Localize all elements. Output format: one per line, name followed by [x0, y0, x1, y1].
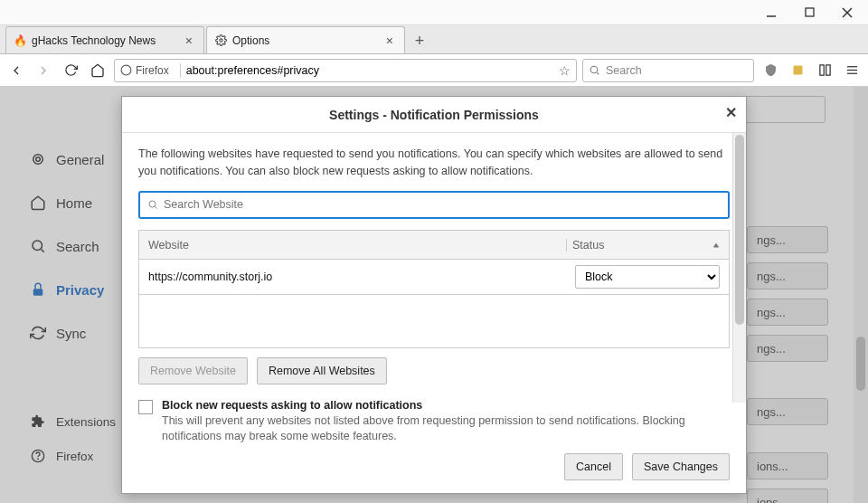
table-empty-area: [138, 295, 730, 348]
svg-rect-9: [819, 65, 823, 75]
checkbox-subtext: This will prevent any websites not liste…: [162, 413, 704, 444]
extension-icon[interactable]: [787, 60, 808, 81]
svg-point-6: [590, 66, 598, 73]
content-area: ngs... ngs... ngs... ngs... ngs... ions.…: [0, 87, 868, 503]
url-text: about:preferences#privacy: [186, 64, 319, 77]
svg-line-7: [597, 72, 599, 74]
svg-rect-8: [793, 66, 802, 75]
nav-search[interactable]: Search: [582, 59, 754, 82]
tab-strip: 🔥 gHacks Technology News × Options × +: [0, 25, 868, 54]
table-row[interactable]: https://community.storj.io Block: [138, 260, 730, 295]
dialog-intro: The following websites have requested to…: [138, 146, 730, 180]
dialog-scrollbar[interactable]: [732, 133, 746, 403]
forward-button[interactable]: [33, 60, 54, 81]
tab-options[interactable]: Options ×: [206, 26, 405, 53]
bookmark-star-icon[interactable]: ☆: [559, 63, 571, 78]
sort-up-icon: [712, 242, 720, 249]
svg-marker-22: [713, 242, 719, 247]
search-website-field[interactable]: [164, 198, 721, 211]
svg-point-20: [149, 201, 156, 207]
notification-permissions-dialog: Settings - Notification Permissions ✕ Th…: [121, 96, 747, 494]
search-icon: [589, 64, 600, 76]
scrollbar-thumb[interactable]: [735, 135, 744, 325]
menu-icon[interactable]: [841, 60, 863, 81]
identity-box[interactable]: Firefox: [120, 64, 169, 77]
tab-label: Options: [232, 34, 269, 47]
remove-all-websites-button[interactable]: Remove All Websites: [257, 357, 387, 384]
checkbox-label: Block new requests asking to allow notif…: [162, 399, 704, 412]
column-status[interactable]: Status: [566, 239, 729, 252]
gear-icon: [214, 34, 227, 47]
tab-label: gHacks Technology News: [32, 34, 156, 47]
nav-toolbar: Firefox about:preferences#privacy ☆ Sear…: [0, 54, 868, 87]
remove-website-button[interactable]: Remove Website: [138, 357, 248, 384]
window-maximize[interactable]: [790, 1, 828, 24]
svg-point-5: [121, 65, 131, 75]
svg-point-4: [219, 39, 222, 42]
reload-button[interactable]: [60, 60, 81, 81]
svg-line-21: [155, 207, 156, 209]
url-bar[interactable]: Firefox about:preferences#privacy ☆: [114, 59, 577, 82]
favicon-ghacks: 🔥: [14, 34, 26, 47]
cancel-button[interactable]: Cancel: [564, 453, 623, 480]
window-minimize[interactable]: [752, 1, 790, 24]
search-placeholder: Search: [606, 64, 642, 77]
row-status-select[interactable]: Block: [575, 265, 720, 289]
home-button[interactable]: [87, 60, 108, 81]
svg-rect-10: [826, 65, 829, 75]
save-changes-button[interactable]: Save Changes: [632, 453, 730, 480]
shield-icon[interactable]: [760, 60, 781, 81]
search-icon: [147, 199, 158, 210]
back-button[interactable]: [5, 60, 27, 81]
block-new-requests-checkbox[interactable]: [138, 400, 153, 414]
tab-close-icon[interactable]: ×: [182, 33, 196, 48]
new-tab-button[interactable]: +: [407, 28, 432, 53]
table-header: Website Status: [138, 230, 730, 260]
search-website-input[interactable]: [138, 191, 730, 219]
tab-ghacks[interactable]: 🔥 gHacks Technology News ×: [5, 26, 204, 53]
dialog-title: Settings - Notification Permissions: [329, 108, 539, 122]
library-icon[interactable]: [814, 60, 835, 81]
tab-close-icon[interactable]: ×: [382, 33, 397, 48]
window-close[interactable]: [828, 1, 866, 24]
dialog-header: Settings - Notification Permissions ✕: [122, 97, 746, 133]
svg-rect-1: [806, 8, 814, 16]
window-titlebar: [0, 0, 868, 25]
column-website[interactable]: Website: [139, 239, 566, 252]
row-website: https://community.storj.io: [139, 270, 566, 283]
dialog-close-button[interactable]: ✕: [725, 104, 737, 121]
